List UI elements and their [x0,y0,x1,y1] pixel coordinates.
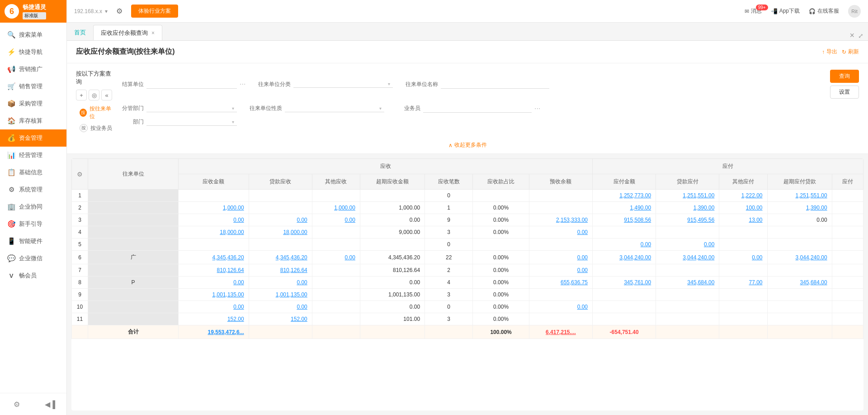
ap-other-cell[interactable]: 1,222.00 [719,190,767,202]
sidebar-item-marketing[interactable]: 📢 营销推广 [0,61,66,78]
ap-other-cell[interactable]: 100.00 [719,202,767,214]
ar-amount-cell[interactable]: 0.00 [179,214,249,226]
export-button[interactable]: ↑ 导出 [822,48,837,56]
ar-prepaid-cell[interactable]: 0.00 [529,226,592,239]
ar-other-cell[interactable]: 0.00 [312,214,360,226]
target-scheme-button[interactable]: ◎ [89,90,99,100]
sidebar-item-basic-info[interactable]: 📋 基础信息 [0,164,66,181]
app-download-button[interactable]: 📲 App下载 [771,7,800,15]
ar-loan-cell[interactable]: 0.00 [249,214,312,226]
ar-amount-cell[interactable]: 810,126.64 [179,264,249,277]
ap-amount-cell[interactable]: 1,252,773.00 [593,190,656,202]
sidebar-item-purchase[interactable]: 📦 采购管理 [0,95,66,112]
footer-ar-prepaid[interactable]: 6,417,215.... [529,325,592,339]
sidebar-item-member[interactable]: V 畅会员 [0,267,66,284]
salesperson-dots[interactable]: ··· [534,105,540,113]
ap-loan-cell[interactable]: 3,044,240.00 [656,251,719,264]
ar-loan-cell[interactable]: 18,000.00 [249,226,312,239]
ap-loan-cell[interactable]: 345,684.00 [656,277,719,289]
ar-other-cell[interactable]: 1,000.00 [312,202,360,214]
ap-amount-cell[interactable]: 915,508.56 [593,214,656,226]
window-maximize-icon[interactable]: ⤢ [858,32,863,39]
settlement-unit-input[interactable] [146,80,237,89]
sidebar-item-finance[interactable]: 💰 资金管理 [0,129,66,147]
dept-select[interactable]: ▾ [146,119,237,126]
sidebar-item-guide[interactable]: 🎯 新手引导 [0,215,66,233]
ar-prepaid-cell[interactable]: 2,153,333.00 [529,214,592,226]
sidebar-item-sales[interactable]: 🛒 销售管理 [0,78,66,95]
ar-loan-cell[interactable]: 0.00 [249,277,312,289]
ap-overdue-cell[interactable]: 1,251,551.00 [767,190,832,202]
setting-button[interactable]: 设置 [830,86,859,99]
collapse-button[interactable]: ∧ 收起更多条件 [448,141,487,149]
ar-loan-cell[interactable]: 0.00 [249,301,312,313]
scheme-by-partner[interactable]: 按 按往来单位 [76,103,117,122]
ap-loan-cell[interactable]: 1,390.00 [656,202,719,214]
ap-loan-cell[interactable]: 0.00 [656,239,719,251]
ar-prepaid-cell[interactable]: 0.00 [529,264,592,277]
partner-nature-select[interactable]: ▾ [285,105,384,112]
ap-overdue-cell[interactable]: 345,684.00 [767,277,832,289]
online-service-button[interactable]: 🎧 在线客服 [809,7,839,15]
trial-button[interactable]: 体验行业方案 [131,5,178,18]
ar-amount-cell[interactable]: 18,000.00 [179,226,249,239]
ar-prepaid-cell[interactable]: 0.00 [529,251,592,264]
sidebar-item-inventory[interactable]: 🏠 库存核算 [0,112,66,129]
partner-category-select[interactable]: ▾ [293,81,393,88]
ap-loan-cell[interactable]: 915,495.56 [656,214,719,226]
query-button[interactable]: 查询 [830,70,859,83]
ar-loan-cell[interactable]: 1,001,135.00 [249,289,312,301]
topbar-settings-icon[interactable]: ⚙ [113,5,126,18]
ar-amount-cell[interactable]: 1,000.00 [179,202,249,214]
ar-amount-cell[interactable]: 0.00 [179,301,249,313]
sidebar-item-wechat[interactable]: 💬 企业微信 [0,250,66,267]
sidebar-collapse-button[interactable]: ◀▐ [42,398,58,410]
settlement-unit-dots[interactable]: ··· [240,80,245,88]
ar-amount-cell[interactable]: 152.00 [179,313,249,325]
ar-amount-cell[interactable]: 4,345,436.20 [179,251,249,264]
refresh-button[interactable]: ↻ 刷新 [842,48,859,56]
scheme-by-salesperson[interactable]: 按 按业务员 [76,122,117,134]
footer-ar-amount[interactable]: 19,553,472,6... [179,325,249,339]
ap-overdue-cell [767,313,832,325]
sidebar-item-smart-hw[interactable]: 📱 智能硬件 [0,233,66,250]
ap-amount-cell[interactable]: 345,761.00 [593,277,656,289]
ar-prepaid-cell[interactable]: 655,636.75 [529,277,592,289]
salesperson-input[interactable] [423,104,532,113]
ap-amount-cell[interactable]: 0.00 [593,239,656,251]
ap-overdue-cell[interactable]: 3,044,240.00 [767,251,832,264]
ap-amount-cell[interactable]: 1,490.00 [593,202,656,214]
partner-name-input[interactable] [441,80,549,89]
branch-dept-select[interactable]: ▾ [146,105,237,112]
ap-other-cell[interactable]: 13.00 [719,214,767,226]
ar-amount-cell[interactable]: 0.00 [179,277,249,289]
tab-close-icon[interactable]: × [151,30,155,36]
sidebar-item-operations[interactable]: 📊 经营管理 [0,147,66,164]
ar-loan-cell[interactable]: 152.00 [249,313,312,325]
ap-loan-cell[interactable]: 1,251,551.00 [656,190,719,202]
sidebar-item-system[interactable]: ⚙ 系统管理 [0,181,66,198]
ap-amount-cell[interactable]: 3,044,240.00 [593,251,656,264]
tab-balance-query[interactable]: 应收应付余额查询 × [93,25,162,40]
ar-other-cell[interactable]: 0.00 [312,251,360,264]
messages-button[interactable]: ✉ 消息 99+ [745,7,762,15]
sidebar-item-quick-nav[interactable]: ⚡ 快捷导航 [0,43,66,61]
ar-loan-cell[interactable]: 810,126.64 [249,264,312,277]
ar-overdue-cell: 1,001,135.00 [360,289,425,301]
collapse-scheme-button[interactable]: « [101,90,112,100]
sidebar-item-search[interactable]: 🔍 搜索菜单 [0,26,66,43]
ar-loan-cell[interactable]: 4,345,436.20 [249,251,312,264]
ap-other-cell[interactable]: 77.00 [719,277,767,289]
sidebar-item-enterprise[interactable]: 🏢 企业协同 [0,198,66,215]
chevron-down-icon[interactable]: ▾ [105,8,108,14]
ar-prepaid-cell[interactable]: 0.00 [529,301,592,313]
ar-amount-cell[interactable]: 1,001,135.00 [179,289,249,301]
add-scheme-button[interactable]: + [76,90,87,100]
window-close-icon[interactable]: × [849,31,854,40]
table-settings-icon[interactable]: ⚙ [77,171,83,178]
ap-overdue-cell[interactable]: 1,390.00 [767,202,832,214]
tab-home[interactable]: 首页 [67,25,93,40]
sidebar-settings-button[interactable]: ⚙ [9,398,25,410]
ap-other-cell[interactable]: 0.00 [719,251,767,264]
user-avatar[interactable]: Rit [848,5,861,18]
